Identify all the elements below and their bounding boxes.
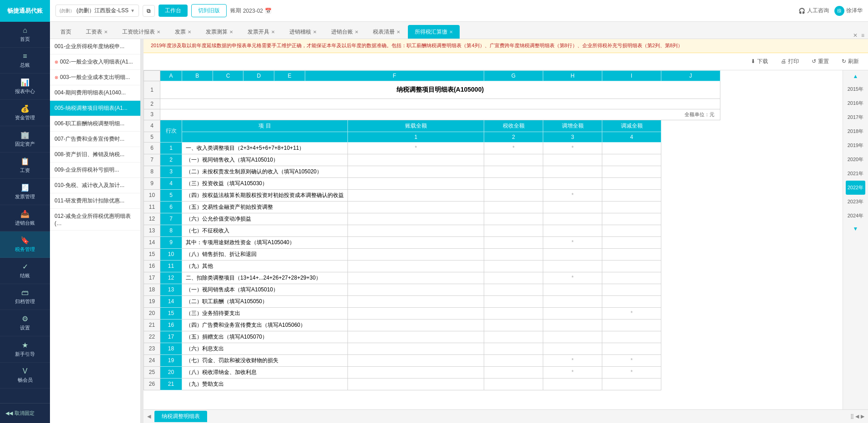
col2-cell[interactable] (484, 213, 543, 225)
col3-cell[interactable] (543, 331, 602, 343)
tab-income-tax[interactable]: 所得税汇算缴 ✕ (408, 25, 460, 39)
col1-cell[interactable] (348, 319, 484, 331)
col4-cell[interactable] (602, 201, 661, 213)
col2-cell[interactable] (484, 248, 543, 260)
close-icon[interactable]: ✕ (355, 30, 358, 34)
tab-invoice-calc[interactable]: 发票测算 ✕ (199, 25, 240, 39)
project-cell[interactable]: 一、收入类调整项目（2+3+4+5+6+7+8+10+11） (182, 142, 348, 154)
project-cell[interactable]: （五）交易性金融资产初始投资调整 (182, 201, 348, 213)
company-selector[interactable]: (勿删） (勿删）江西股金-LSS ▼ (55, 5, 139, 17)
col2-cell[interactable] (484, 378, 543, 390)
col2-cell[interactable] (484, 366, 543, 378)
col4-cell[interactable] (602, 236, 661, 248)
col3-cell[interactable] (543, 166, 602, 177)
col2-cell[interactable] (484, 354, 543, 366)
left-panel-item-006[interactable]: 006-职工薪酬纳税调整明细... (50, 116, 140, 132)
col4-cell[interactable] (602, 378, 661, 390)
sidebar-item-general-ledger[interactable]: ≡ 总账 (0, 48, 50, 74)
col1-cell[interactable] (348, 225, 484, 236)
tab-input-ledger[interactable]: 进销台账 ✕ (324, 25, 365, 39)
project-cell[interactable]: （六）公允价值变动净损益 (182, 213, 348, 225)
left-panel-item-005[interactable]: 005-纳税调整项目明细表(A1... (50, 101, 140, 116)
sidebar-item-archive[interactable]: 🗃 归档管理 (0, 284, 50, 310)
sidebar-item-closing[interactable]: ✓ 结账 (0, 258, 50, 284)
col3-cell[interactable] (543, 248, 602, 260)
left-panel-item-004[interactable]: 004-期间费用明细表(A1040... (50, 85, 140, 101)
col3-cell[interactable] (543, 343, 602, 354)
col1-cell[interactable] (348, 189, 484, 201)
project-cell[interactable]: （九）其他 (182, 260, 348, 272)
col3-cell[interactable] (543, 284, 602, 295)
col1-cell[interactable] (348, 213, 484, 225)
old-version-button[interactable]: 切到旧版 (191, 4, 227, 17)
col1-cell[interactable] (348, 331, 484, 343)
calendar-icon[interactable]: 📅 (265, 8, 272, 14)
project-cell[interactable]: （四）按权益法核算长期股权投资对初始投资成本调整确认的收益 (182, 189, 348, 201)
tab-invoice[interactable]: 发票 ✕ (168, 25, 198, 39)
project-cell[interactable]: 二、扣除类调整项目（13+14+...24+26+27+28+29+30） (182, 272, 348, 284)
col3-cell[interactable] (543, 260, 602, 272)
tab-home[interactable]: 首页 (54, 25, 78, 39)
col4-cell[interactable]: * (602, 354, 661, 366)
col1-cell[interactable] (348, 260, 484, 272)
year-nav-item[interactable]: 2015年 (846, 82, 865, 96)
col3-cell[interactable]: * (543, 236, 602, 248)
project-cell[interactable]: （二）未按权责发生制原则确认的收入（填写A105020） (182, 166, 348, 177)
year-nav-item[interactable]: 2022年 (846, 181, 865, 195)
col3-cell[interactable] (543, 378, 602, 390)
sidebar-item-home[interactable]: ⌂ 首页 (0, 22, 50, 48)
left-panel-item-009[interactable]: 009-企业所得税补亏损明... (50, 162, 140, 178)
tab-tax-register[interactable]: 税表清册 ✕ (366, 25, 407, 39)
scroll-right-icon[interactable]: ▶ (861, 413, 864, 419)
sidebar-item-payroll[interactable]: 📋 工资 (0, 152, 50, 179)
col2-cell[interactable] (484, 260, 543, 272)
close-icon[interactable]: ✕ (229, 30, 233, 34)
project-cell[interactable]: （七）罚金、罚款和被没收财物的损失 (182, 354, 348, 366)
year-nav-down-button[interactable]: ▼ (850, 223, 861, 235)
col1-cell[interactable] (348, 166, 484, 177)
year-nav-item[interactable]: 2024年 (846, 209, 865, 223)
col4-cell[interactable] (602, 154, 661, 166)
col1-cell[interactable] (348, 307, 484, 319)
sidebar-item-input-ledger[interactable]: 📥 进销台账 (0, 205, 50, 231)
left-panel-item-007[interactable]: 007-广告费和业务宣传费时... (50, 132, 140, 147)
col2-cell[interactable] (484, 319, 543, 331)
col3-cell[interactable] (543, 201, 602, 213)
project-cell[interactable]: （八）销售折扣、折让和退回 (182, 248, 348, 260)
col1-cell[interactable] (348, 201, 484, 213)
col1-cell[interactable] (348, 378, 484, 390)
sidebar-item-settings[interactable]: ⚙ 设置 (0, 310, 50, 336)
project-cell[interactable]: （九）赞助支出 (182, 378, 348, 390)
col1-cell[interactable] (348, 354, 484, 366)
tab-input-audit[interactable]: 进销稽核 ✕ (283, 25, 323, 39)
col3-cell[interactable]: * (543, 142, 602, 154)
sidebar-item-tax-mgmt[interactable]: 🔖 税务管理 (0, 231, 50, 258)
close-icon[interactable]: ✕ (271, 30, 275, 34)
project-cell[interactable]: （二）职工薪酬（填写A105050） (182, 295, 348, 307)
col4-cell[interactable] (602, 189, 661, 201)
project-cell[interactable]: （五）捐赠支出（填写A105070） (182, 331, 348, 343)
col2-cell[interactable] (484, 295, 543, 307)
col2-cell[interactable] (484, 177, 543, 189)
close-icon[interactable]: ✕ (157, 30, 160, 34)
col3-cell[interactable] (543, 213, 602, 225)
col4-cell[interactable] (602, 142, 661, 154)
col4-cell[interactable] (602, 260, 661, 272)
col4-cell[interactable] (602, 213, 661, 225)
sidebar-item-vip[interactable]: V 畅会员 (0, 363, 50, 389)
col2-cell[interactable] (484, 166, 543, 177)
year-nav-item[interactable]: 2020年 (846, 152, 865, 167)
project-cell[interactable]: （三）投资收益（填写A105030） (182, 177, 348, 189)
col3-cell[interactable] (543, 177, 602, 189)
col1-cell[interactable] (348, 154, 484, 166)
col2-cell[interactable] (484, 307, 543, 319)
col4-cell[interactable] (602, 166, 661, 177)
project-cell[interactable]: （三）业务招待要支出 (182, 307, 348, 319)
project-cell[interactable]: （一）视同销售收入（填写A105010） (182, 154, 348, 166)
year-nav-item[interactable]: 2023年 (846, 195, 865, 209)
close-icon[interactable]: ✕ (313, 30, 317, 34)
col4-cell[interactable] (602, 272, 661, 284)
sidebar-item-fixed-assets[interactable]: 🏢 固定资产 (0, 126, 50, 152)
project-cell[interactable]: （四）广告费和业务宣传费支出（填写A105060） (182, 319, 348, 331)
close-icon[interactable]: ✕ (449, 30, 453, 34)
